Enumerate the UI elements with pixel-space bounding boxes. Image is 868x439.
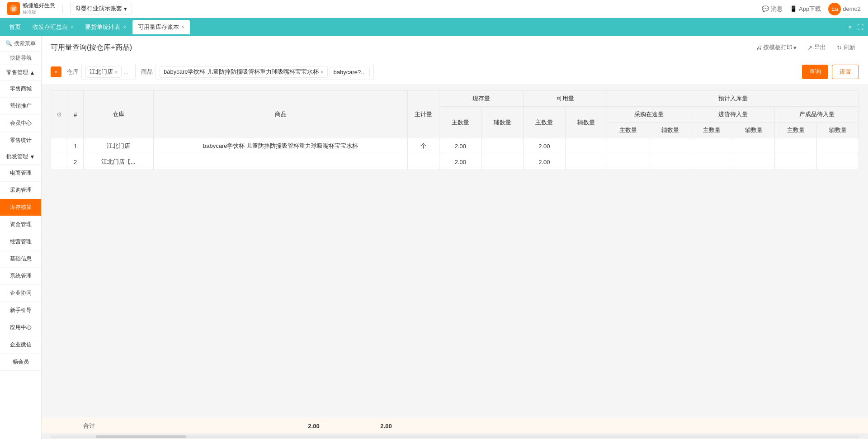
expand-icon: »	[55, 69, 58, 75]
org-dropdown-icon: ▾	[124, 5, 127, 12]
tab-receivable-label: 收发存汇总表	[33, 23, 68, 31]
td-warehouse: 江北门店【...	[84, 154, 154, 170]
sidebar-search[interactable]: 🔍 搜索菜单	[0, 36, 41, 52]
table-row: 2 江北门店【... 2.00 2.00	[51, 154, 859, 170]
data-table: ⚙ # 仓库 商品 主计量 现存量 可用量 预计入库量 主数量 辅数量 主数量	[51, 90, 859, 170]
scroll-bar-thumb[interactable]	[96, 435, 186, 438]
retail-stats-label: 零售统计	[10, 137, 32, 144]
sidebar-retail-label: 零售管理	[6, 69, 28, 76]
th-purchase-transit-main: 主数量	[607, 123, 649, 138]
sidebar-item-basic-info[interactable]: 基础信息	[0, 250, 41, 268]
th-product: 商品	[153, 91, 408, 138]
sidebar-item-wholesale-mgmt[interactable]: 批发管理 ▼	[0, 149, 41, 165]
sidebar-item-marketing[interactable]: 营销推广	[0, 98, 41, 115]
user-action[interactable]: Ea demo2	[828, 3, 861, 15]
tab-available[interactable]: 可用量库存账本 ×	[132, 20, 190, 34]
td-unit	[408, 154, 439, 170]
export-icon: ↗	[807, 44, 812, 51]
product-tag-2: babycare?...	[330, 67, 370, 77]
print-button[interactable]: 🖨 按模板打印 ▾	[753, 42, 800, 53]
sidebar-item-enterprise-wechat[interactable]: 企业微信	[0, 336, 41, 354]
warehouse-tag: 江北门店 ×	[85, 66, 122, 78]
tab-order-label: 要货单统计表	[85, 23, 120, 31]
td-stock-aux	[481, 138, 524, 154]
search-icon: 🔍	[5, 40, 12, 47]
th-avail-aux: 辅数量	[565, 107, 607, 138]
th-settings[interactable]: ⚙	[51, 91, 67, 138]
sidebar-item-operations[interactable]: 经营管理	[0, 233, 41, 250]
sidebar-search-label: 搜索菜单	[14, 40, 36, 47]
messages-action[interactable]: 💬 消息	[762, 5, 783, 13]
warehouse-tag-remove[interactable]: ×	[115, 69, 118, 75]
filter-actions: 查询 设置	[802, 65, 859, 79]
tab-available-close[interactable]: ×	[182, 24, 184, 30]
table-container[interactable]: ⚙ # 仓库 商品 主计量 现存量 可用量 预计入库量 主数量 辅数量 主数量	[42, 85, 868, 418]
settings-icon[interactable]: ⚙	[57, 111, 62, 118]
sidebar-item-enterprise[interactable]: 企业协同	[0, 285, 41, 302]
td-product	[153, 154, 408, 170]
ecommerce-label: 电商管理	[10, 169, 32, 177]
product-tag-1-value: babycare学饮杯 儿童防摔防撞吸管杯重力球吸嘴杯宝宝水杯	[164, 68, 319, 76]
product-tag-1-remove[interactable]: ×	[321, 69, 323, 75]
footer-label: 合计	[83, 422, 128, 430]
sidebar-item-system[interactable]: 系统管理	[0, 268, 41, 285]
query-button[interactable]: 查询	[802, 65, 828, 79]
close-all-btn[interactable]: ×	[847, 23, 853, 32]
warehouse-input[interactable]: 江北门店 × ...	[81, 64, 136, 80]
th-main-unit: 主计量	[408, 91, 439, 138]
filter-expand-btn[interactable]: »	[51, 66, 61, 77]
sidebar-item-retail-mall[interactable]: 零售商城	[0, 80, 41, 98]
refresh-button[interactable]: ↻ 刷新	[833, 42, 859, 53]
th-warehouse: 仓库	[84, 91, 154, 138]
download-action[interactable]: 📱 App下载	[790, 5, 821, 13]
sidebar-item-retail-mgmt[interactable]: 零售管理 ▲	[0, 65, 41, 80]
tab-receivable[interactable]: 收发存汇总表 ×	[27, 20, 79, 34]
filter-area: » 仓库 江北门店 × ... 商品 babycare学饮杯 儿童防摔防撞吸管杯…	[42, 59, 868, 85]
scroll-bar-track[interactable]	[51, 435, 859, 438]
sidebar-quick-nav[interactable]: 快捷导航	[0, 52, 41, 65]
sidebar-item-purchase[interactable]: 采购管理	[0, 182, 41, 199]
print-icon: 🖨	[756, 44, 762, 51]
print-label: 按模板打印	[763, 43, 793, 52]
warehouse-more[interactable]: ...	[123, 69, 128, 76]
tab-order-close[interactable]: ×	[123, 24, 126, 30]
sidebar-item-newbie[interactable]: 新手引导	[0, 302, 41, 319]
sidebar-item-vip[interactable]: 畅会员	[0, 354, 41, 371]
fullscreen-btn[interactable]: ⛶	[856, 23, 864, 32]
th-purchase-pending-main: 主数量	[691, 123, 733, 138]
td-production-main	[775, 138, 817, 154]
td-stock-aux	[481, 154, 524, 170]
td-avail-main: 2.00	[523, 154, 565, 170]
finance-label: 资金管理	[10, 221, 32, 228]
sidebar-item-app-center[interactable]: 应用中心	[0, 319, 41, 336]
refresh-icon: ↻	[837, 44, 842, 51]
tab-order[interactable]: 要货单统计表 ×	[80, 20, 131, 34]
sidebar-item-finance[interactable]: 资金管理	[0, 216, 41, 233]
td-purchase-aux	[649, 138, 691, 154]
sidebar-item-member[interactable]: 会员中心	[0, 115, 41, 132]
td-avail-aux	[565, 138, 607, 154]
sidebar-item-ecommerce[interactable]: 电商管理	[0, 165, 41, 182]
td-inbound-main	[691, 154, 733, 170]
sidebar-item-retail-stats[interactable]: 零售统计	[0, 132, 41, 149]
sidebar-item-inventory[interactable]: 库存核算	[0, 199, 41, 216]
export-button[interactable]: ↗ 导出	[804, 42, 830, 53]
retail-arrow-icon: ▲	[30, 70, 35, 76]
tab-receivable-close[interactable]: ×	[71, 24, 73, 30]
scroll-bar-area[interactable]	[42, 434, 868, 439]
org-selector[interactable]: 母婴行业演示账套 ▾	[70, 3, 132, 14]
td-stock-main: 2.00	[439, 138, 481, 154]
tab-home-label: 首页	[9, 23, 21, 31]
member-label: 会员中心	[10, 119, 32, 127]
th-avail-main: 主数量	[523, 107, 565, 138]
settings-button[interactable]: 设置	[832, 65, 859, 79]
sidebar-quick-nav-label: 快捷导航	[10, 55, 32, 61]
td-purchase-aux	[649, 154, 691, 170]
product-input[interactable]: babycare学饮杯 儿童防摔防撞吸管杯重力球吸嘴杯宝宝水杯 × babyca…	[156, 64, 374, 80]
sidebar-section: 零售管理 ▲ 零售商城 营销推广 会员中心 零售统计 批发管理 ▼ 电商管理	[0, 65, 41, 371]
warehouse-label: 仓库	[67, 68, 79, 76]
td-settings	[51, 138, 67, 154]
tab-home[interactable]: 首页	[4, 20, 26, 34]
logo-main-text: 畅捷通好生意	[23, 2, 55, 9]
th-seq: #	[67, 91, 84, 138]
